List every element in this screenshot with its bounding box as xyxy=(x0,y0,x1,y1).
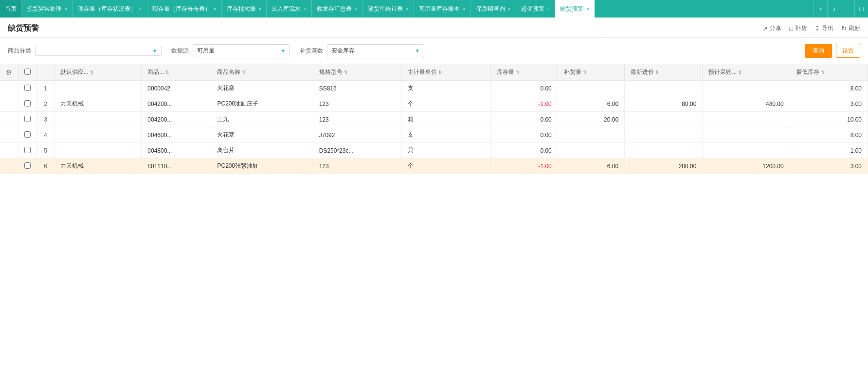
close-pick-err-icon[interactable]: × xyxy=(65,6,68,12)
th-min-stock[interactable]: 最低库存⇅ xyxy=(790,64,868,81)
nav-maximize-button[interactable]: □ xyxy=(854,0,868,18)
share-label: 分享 xyxy=(770,24,781,33)
page-title: 缺货预警 xyxy=(8,23,39,34)
th-name[interactable]: 商品名称⇅ xyxy=(211,64,313,81)
nav-tab-overstock[interactable]: 超储预警 × xyxy=(516,0,556,18)
nav-tab-order-stat[interactable]: 要货单统计表 × xyxy=(363,0,414,18)
table-row: 5 004800... 离合片 DS250*23c... 只 0.00 1.00 xyxy=(0,143,868,158)
row-checkbox[interactable] xyxy=(24,85,31,91)
nav-tab-avail-book[interactable]: 可用量库存账本 × xyxy=(414,0,471,18)
nav-tab-expiry-label: 保质期查询 xyxy=(476,5,505,13)
nav-tab-home[interactable]: 首页 xyxy=(0,0,22,18)
row-checkbox[interactable] xyxy=(24,100,31,106)
row-sku: 004200... xyxy=(142,112,211,127)
datasource-label: 数据源 xyxy=(171,47,189,55)
nav-tab-receive-sum-label: 收发存汇总表 xyxy=(317,5,352,13)
share-action[interactable]: ↗ 分享 xyxy=(762,24,781,33)
row-checkbox-cell[interactable] xyxy=(18,112,37,127)
th-stock[interactable]: 库存量⇅ xyxy=(491,64,558,81)
settings-button[interactable]: 设置 xyxy=(836,44,860,58)
close-expiry-icon[interactable]: × xyxy=(508,6,511,12)
th-latest-price[interactable]: 最新进价⇅ xyxy=(625,64,703,81)
unit-sort-icon: ⇅ xyxy=(438,70,442,75)
th-sku[interactable]: 商品...⇅ xyxy=(142,64,211,81)
table-row: 3 004200... 三九 123 箱 0.00 20.00 10.00 xyxy=(0,112,868,127)
nav-controls: ‹ › − □ xyxy=(814,0,868,18)
row-checkbox-cell[interactable] xyxy=(18,96,37,112)
row-est-purchase: 1200.00 xyxy=(703,158,790,174)
row-est-purchase xyxy=(703,127,790,143)
replenish-action[interactable]: □ 补货 xyxy=(789,24,807,33)
nav-tab-receive-sum[interactable]: 收发存汇总表 × xyxy=(312,0,363,18)
nav-minimize-button[interactable]: − xyxy=(841,0,854,18)
row-name: 火花塞 xyxy=(211,81,313,96)
row-latest-price xyxy=(625,143,703,158)
row-checkbox[interactable] xyxy=(24,131,31,138)
replenish-base-select[interactable]: 安全库存 ▼ xyxy=(327,44,424,57)
row-checkbox[interactable] xyxy=(24,162,31,169)
row-name: 火花塞 xyxy=(211,127,313,143)
nav-tab-pick-err-label: 拣货异常处理 xyxy=(27,5,62,13)
row-checkbox-cell[interactable] xyxy=(18,127,37,143)
nav-tab-inv-dist[interactable]: 现存量（库存分布表） × xyxy=(147,0,222,18)
close-inv-status-icon[interactable]: × xyxy=(139,6,142,12)
nav-prev-button[interactable]: ‹ xyxy=(814,0,827,18)
nav-tab-pick-err[interactable]: 拣货异常处理 × xyxy=(22,0,73,18)
th-spec[interactable]: 规格型号⇅ xyxy=(313,64,402,81)
close-inout-flow-icon[interactable]: × xyxy=(304,6,307,12)
row-est-purchase xyxy=(703,81,790,96)
row-unit: 支 xyxy=(402,127,491,143)
close-order-stat-icon[interactable]: × xyxy=(406,6,409,12)
nav-tab-shortage-label: 缺货预警 xyxy=(560,5,583,13)
nav-next-button[interactable]: › xyxy=(827,0,841,18)
query-button[interactable]: 查询 xyxy=(805,44,832,58)
table-row: 1 0000042 火花塞 SS816 支 0.00 8.00 xyxy=(0,81,868,96)
row-replenish xyxy=(558,127,624,143)
row-supplier: 力天机械 xyxy=(54,96,142,112)
close-shortage-icon[interactable]: × xyxy=(586,6,589,12)
select-all-checkbox[interactable] xyxy=(24,69,31,75)
th-num xyxy=(37,64,54,81)
th-est-purchase[interactable]: 预计采购...⇅ xyxy=(703,64,790,81)
nav-tab-inout-flow[interactable]: 出入库流水 × xyxy=(267,0,312,18)
th-supplier[interactable]: 默认供应...⇅ xyxy=(54,64,142,81)
nav-tab-avail-book-label: 可用量库存账本 xyxy=(419,5,460,13)
row-min-stock: 3.00 xyxy=(790,158,868,174)
th-unit[interactable]: 主计量单位⇅ xyxy=(402,64,491,81)
row-checkbox[interactable] xyxy=(24,116,31,122)
gear-settings-icon[interactable]: ⚙ xyxy=(6,69,12,76)
row-checkbox-cell[interactable] xyxy=(18,81,37,96)
header-actions: ↗ 分享 □ 补货 ↧ 导出 ↻ 刷新 xyxy=(762,24,860,33)
table-header-row: ⚙ 默认供应...⇅ 商品...⇅ 商品名称⇅ xyxy=(0,64,868,81)
row-min-stock: 1.00 xyxy=(790,143,868,158)
nav-tab-inv-batch[interactable]: 库存批次账 × xyxy=(222,0,267,18)
category-select[interactable]: ▼ xyxy=(35,46,162,56)
table-row: 6 力天机械 801110... PC200张紧油缸 123 个 -1.00 6… xyxy=(0,158,868,174)
th-replenish[interactable]: 补货量⇅ xyxy=(558,64,624,81)
row-checkbox-cell[interactable] xyxy=(18,143,37,158)
close-receive-sum-icon[interactable]: × xyxy=(355,6,358,12)
replenish-icon: □ xyxy=(789,25,793,32)
nav-tab-expiry[interactable]: 保质期查询 × xyxy=(471,0,516,18)
row-est-purchase: 480.00 xyxy=(703,96,790,112)
nav-tab-inv-status[interactable]: 现存量（库存状况表） × xyxy=(73,0,147,18)
row-stock: 0.00 xyxy=(491,81,558,96)
row-num: 4 xyxy=(37,127,54,143)
close-inv-batch-icon[interactable]: × xyxy=(259,6,262,12)
replenish-label: 补货 xyxy=(795,24,807,33)
close-overstock-icon[interactable]: × xyxy=(547,6,550,12)
row-spec: J7092 xyxy=(313,127,402,143)
refresh-action[interactable]: ↻ 刷新 xyxy=(841,24,860,33)
datasource-select[interactable]: 可用量 ▼ xyxy=(193,44,290,57)
export-action[interactable]: ↧ 导出 xyxy=(814,24,833,33)
row-gear-cell xyxy=(0,127,18,143)
th-gear[interactable]: ⚙ xyxy=(0,64,18,81)
spec-sort-icon: ⇅ xyxy=(344,70,348,75)
close-inv-dist-icon[interactable]: × xyxy=(214,6,217,12)
row-supplier: 力天机械 xyxy=(54,158,142,174)
th-checkbox[interactable] xyxy=(18,64,37,81)
row-checkbox[interactable] xyxy=(24,147,31,153)
nav-tab-shortage[interactable]: 缺货预警 × xyxy=(555,0,595,18)
close-avail-book-icon[interactable]: × xyxy=(463,6,466,12)
row-checkbox-cell[interactable] xyxy=(18,158,37,174)
